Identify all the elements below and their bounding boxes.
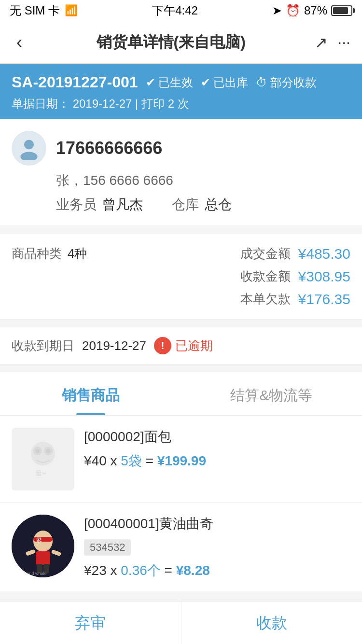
product-price-cookie: ¥23 x 0.36个 = ¥8.28 xyxy=(84,561,350,580)
warehouse-label: 仓库 xyxy=(172,196,199,214)
product-type-value: 4种 xyxy=(68,245,87,262)
tabs-section: 销售商品 结算&物流等 xyxy=(0,372,362,416)
status-bar: 无 SIM 卡 📶 下午4:42 ➤ ⏰ 87% xyxy=(0,0,362,21)
nav-actions: ↗ ··· xyxy=(315,33,350,52)
location-icon: ➤ xyxy=(272,4,282,17)
svg-point-0 xyxy=(24,140,34,150)
order-id: SA-20191227-001 xyxy=(12,73,138,91)
tab-settlement[interactable]: 结算&物流等 xyxy=(181,372,362,415)
svg-point-5 xyxy=(35,449,40,453)
tabs-row: 销售商品 结算&物流等 xyxy=(0,372,362,415)
deal-amount-row: 成交金额 ¥485.30 xyxy=(240,245,350,262)
check-icon-shipped: ✔ xyxy=(201,76,210,89)
customer-section: 17666666666 张，156 6666 6666 业务员 曾凡杰 仓库 总… xyxy=(0,119,362,226)
sales-label: 业务员 xyxy=(56,196,97,214)
status-left: 无 SIM 卡 📶 xyxy=(10,3,78,18)
received-amount-value: ¥308.95 xyxy=(298,268,350,285)
avatar xyxy=(12,131,46,166)
nav-bar: ‹ 销货单详情(来自电脑) ↗ ··· xyxy=(0,21,362,64)
back-button[interactable]: ‹ xyxy=(12,28,27,57)
svg-point-6 xyxy=(46,449,51,453)
customer-name: 17666666666 xyxy=(56,138,162,158)
summary-section: 商品种类 4种 成交金额 ¥485.30 收款金额 ¥308.95 本单欠款 ¥… xyxy=(0,234,362,320)
owed-amount-value: ¥176.35 xyxy=(298,291,350,308)
product-image-cookie: 忍 diamond whale xyxy=(12,515,74,577)
order-meta: 单据日期： 2019-12-27 | 打印 2 次 xyxy=(12,96,350,112)
status-active: ✔ 已生效 xyxy=(146,75,193,90)
products-section: 量+ [0000002]面包 ¥40 x 5袋 = ¥199.99 xyxy=(0,416,362,591)
order-header: SA-20191227-001 ✔ 已生效 ✔ 已出库 ⏱ 部分收款 单据日期：… xyxy=(0,64,362,119)
bottom-bar: 弃审 收款 xyxy=(0,602,362,644)
received-amount-row: 收款金额 ¥308.95 xyxy=(240,268,350,285)
deal-amount-value: ¥485.30 xyxy=(298,246,350,262)
owed-amount-row: 本单欠款 ¥176.35 xyxy=(240,291,350,308)
svg-text:量+: 量+ xyxy=(35,470,46,477)
status-shipped: ✔ 已出库 xyxy=(201,75,248,90)
clock-icon: ⏱ xyxy=(256,76,267,89)
summary-right: 成交金额 ¥485.30 收款金额 ¥308.95 本单欠款 ¥176.35 xyxy=(181,245,350,308)
warehouse-value: 总仓 xyxy=(205,196,232,214)
status-partial: ⏱ 部分收款 xyxy=(256,75,317,90)
product-info-bread: [0000002]面包 ¥40 x 5袋 = ¥199.99 xyxy=(84,428,350,470)
overdue-text: 已逾期 xyxy=(175,337,213,354)
more-icon[interactable]: ··· xyxy=(337,33,350,51)
product-image-bread: 量+ xyxy=(12,428,74,490)
deal-amount-label: 成交金额 xyxy=(240,245,291,262)
sales-detail: 业务员 曾凡杰 xyxy=(56,196,143,214)
overdue-icon: ! xyxy=(154,337,171,354)
customer-detail-row: 业务员 曾凡杰 仓库 总仓 xyxy=(12,196,350,214)
customer-name-row: 17666666666 xyxy=(12,131,350,166)
due-date-label: 收款到期日 xyxy=(12,337,74,354)
status-time: 下午4:42 xyxy=(152,3,198,18)
sales-value: 曾凡杰 xyxy=(102,196,143,214)
product-batch-cookie: 534532 xyxy=(84,539,131,556)
product-type-label: 商品种类 xyxy=(12,245,62,262)
svg-rect-12 xyxy=(36,551,50,565)
alarm-icon: ⏰ xyxy=(286,4,300,17)
product-info-cookie: [000400001]黄油曲奇 534532 ¥23 x 0.36个 = ¥8.… xyxy=(84,515,350,580)
page-title: 销货单详情(来自电脑) xyxy=(97,32,246,53)
product-price-bread: ¥40 x 5袋 = ¥199.99 xyxy=(84,452,350,470)
status-right: ➤ ⏰ 87% xyxy=(272,4,352,17)
confirm-button[interactable]: 收款 xyxy=(181,602,362,644)
svg-text:diamond whale: diamond whale xyxy=(17,571,47,576)
svg-point-1 xyxy=(21,152,38,161)
battery-percent: 87% xyxy=(304,4,327,17)
tab-sales-products[interactable]: 销售商品 xyxy=(0,372,181,415)
owed-amount-label: 本单欠款 xyxy=(240,291,291,308)
received-amount-label: 收款金额 xyxy=(240,268,291,285)
share-icon[interactable]: ↗ xyxy=(315,33,328,52)
warehouse-detail: 仓库 总仓 xyxy=(172,196,232,214)
order-id-row: SA-20191227-001 ✔ 已生效 ✔ 已出库 ⏱ 部分收款 xyxy=(12,73,350,91)
overdue-badge: ! 已逾期 xyxy=(154,337,213,354)
due-date-section: 收款到期日 2019-12-27 ! 已逾期 xyxy=(0,327,362,364)
product-name-bread: [0000002]面包 xyxy=(84,428,350,446)
svg-text:忍: 忍 xyxy=(36,537,42,543)
battery-icon xyxy=(331,5,352,16)
product-card: 量+ [0000002]面包 ¥40 x 5袋 = ¥199.99 xyxy=(0,416,362,502)
product-type-row: 商品种类 4种 xyxy=(12,245,181,262)
svg-rect-10 xyxy=(33,537,53,542)
check-icon-active: ✔ xyxy=(146,76,155,89)
cancel-button[interactable]: 弃审 xyxy=(0,602,181,644)
product-card-cookie: 忍 diamond whale [000400001]黄油曲奇 534532 ¥… xyxy=(0,503,362,591)
due-date-value: 2019-12-27 xyxy=(82,338,146,353)
product-name-cookie: [000400001]黄油曲奇 xyxy=(84,515,350,533)
carrier-text: 无 SIM 卡 xyxy=(10,3,60,18)
wifi-icon: 📶 xyxy=(65,4,78,17)
customer-contact: 张，156 6666 6666 xyxy=(12,171,350,190)
summary-left: 商品种类 4种 xyxy=(12,245,181,308)
